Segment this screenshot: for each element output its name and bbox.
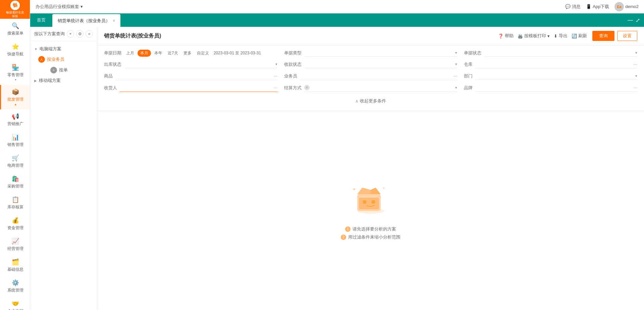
empty-tip-1: 1 请先选择要分析的方案 (345, 226, 396, 232)
tab-active[interactable]: 销货单统计表（按业务员） × (52, 14, 120, 28)
add-scheme-button[interactable]: + (67, 30, 74, 38)
refresh-icon: 🔄 (572, 34, 577, 39)
user-profile[interactable]: Ea demo2 (614, 2, 639, 11)
basic-icon: 🗂️ (12, 258, 19, 266)
date-btn-more[interactable]: 更多 (181, 50, 194, 57)
date-btn-custom[interactable]: 自定义 (195, 50, 211, 57)
date-btn-last7[interactable]: 近7天 (166, 50, 180, 57)
topbar-right: 💬 消息 📱 App下载 Ea demo2 (565, 2, 639, 11)
warehouse-input[interactable]: ··· (475, 60, 637, 68)
refresh-label: 刷新 (578, 33, 587, 39)
sidebar-item-operation[interactable]: 📈 经营管理 (0, 234, 30, 255)
sidebar-item-ecommerce-label: 电商管理 (7, 163, 23, 168)
sidebar-item-marketing[interactable]: 📢 营销推广 (0, 109, 30, 130)
by-order-label: 按单 (59, 67, 68, 73)
tab-close-icon[interactable]: × (113, 18, 115, 23)
sidebar-item-inventory-label: 库存核算 (7, 204, 23, 210)
topbar-left: 办公用品行业模拟账套 ▾ (36, 4, 83, 10)
tree-mobile-section[interactable]: ▶ 移动端方案 (30, 75, 97, 86)
tree-sub-items: ≡ 按单 (38, 65, 97, 75)
tree-by-salesperson[interactable]: 人 按业务员 (38, 54, 97, 65)
sidebar-item-sales[interactable]: 📊 销售管理 (0, 130, 30, 151)
print-label: 按模板打印 (524, 33, 546, 39)
sidebar-item-basic[interactable]: 🗂️ 基础信息 (0, 255, 30, 276)
collapse-panel-button[interactable]: « (86, 30, 93, 38)
page-actions: ❓ 帮助 🖨️ 按模板打印 ▾ ⬇ 导出 🔄 (498, 33, 587, 39)
left-panel: 按以下方案查询 + ⚙ « ▼ 电脑端方案 (30, 27, 97, 310)
svg-point-3 (363, 200, 367, 204)
sidebar-item-finance-label: 资金管理 (7, 225, 23, 231)
app-download-button[interactable]: 📱 App下载 (586, 4, 609, 10)
tab-minimize-btn[interactable]: — (628, 17, 633, 23)
print-arrow-icon: ▾ (547, 34, 550, 39)
brand-input[interactable]: ··· (475, 84, 637, 92)
payment-select[interactable]: × ▾ (304, 84, 458, 92)
warehouse-dots[interactable]: ··· (633, 61, 637, 67)
date-btn-thismonth[interactable]: 本月 (138, 50, 151, 57)
tree-pc-label: 电脑端方案 (40, 46, 61, 52)
print-button[interactable]: 🖨️ 按模板打印 ▾ (518, 33, 550, 39)
help-button[interactable]: ❓ 帮助 (498, 33, 514, 39)
empty-illustration-svg: ✦ ✦ ✦ (351, 179, 391, 216)
left-panel-title: 按以下方案查询 (34, 31, 65, 37)
collapse-row: ∧ 收起更多条件 (104, 95, 637, 107)
brand-dots[interactable]: ··· (633, 85, 637, 90)
sidebar-logo[interactable]: 畅 畅捷通好生意标版 (0, 0, 30, 19)
filter-product: 商品 ··· (104, 72, 277, 80)
tab-home[interactable]: 首页 (30, 13, 52, 27)
collectstatus-select[interactable]: ▾ (304, 61, 458, 68)
tree-toggle-icon: ▼ (34, 47, 38, 51)
empty-illustration: ✦ ✦ ✦ (351, 179, 391, 219)
product-input[interactable]: ··· (115, 72, 277, 80)
sidebar-item-system[interactable]: ⚙️ 系统管理 (0, 276, 30, 297)
doctype-arrow-icon: ▾ (455, 51, 457, 55)
sidebar-item-collab-label: 企业协同 (7, 308, 23, 310)
sidebar-item-wholesale[interactable]: 📦 批发管理 ▴ (0, 85, 30, 109)
action-group: 查询 设置 (592, 31, 637, 41)
sidebar-item-search[interactable]: 🔍 搜索菜单 (0, 19, 30, 40)
receiver-input[interactable]: ··· (120, 84, 277, 92)
date-btn-thisyear[interactable]: 本年 (152, 50, 164, 57)
sidebar-item-ecommerce[interactable]: 🛒 电商管理 (0, 151, 30, 172)
receiver-dots[interactable]: ··· (273, 85, 277, 90)
sidebar-item-marketing-label: 营销推广 (7, 121, 23, 127)
dept-select[interactable]: ▾ (475, 72, 637, 80)
sidebar-item-purchase[interactable]: 🛍️ 采购管理 (0, 172, 30, 193)
svg-text:✦: ✦ (379, 195, 381, 198)
doctype-select[interactable]: ▾ (304, 49, 458, 57)
quicknav-icon: ⭐ (12, 43, 19, 50)
salesperson-input[interactable]: ··· (300, 72, 458, 80)
sidebar-item-finance[interactable]: 💰 资金管理 (0, 213, 30, 234)
collapse-button[interactable]: ∧ 收起更多条件 (355, 98, 386, 104)
app-selector[interactable]: 办公用品行业模拟账套 ▾ (36, 4, 83, 10)
salesperson-label: 业务员 (284, 73, 297, 79)
export-button[interactable]: ⬇ 导出 (554, 33, 568, 39)
sidebar-item-collab[interactable]: 🤝 企业协同 (0, 297, 30, 310)
sidebar-item-inventory[interactable]: 📋 库存核算 (0, 193, 30, 213)
logo-text: 畅捷通好生意标版 (6, 11, 24, 18)
tree-pc-section[interactable]: ▼ 电脑端方案 (30, 44, 97, 54)
outstatus-select[interactable]: ▾ (124, 61, 277, 68)
date-label: 单据日期 (104, 50, 121, 56)
settings-scheme-button[interactable]: ⚙ (76, 30, 84, 38)
sidebar: 畅 畅捷通好生意标版 🔍 搜索菜单 ⭐ 快捷导航 🏪 零售管理 ▾ 📦 批发管理… (0, 0, 30, 310)
refresh-button[interactable]: 🔄 刷新 (572, 33, 587, 39)
payment-clear-icon[interactable]: × (304, 85, 310, 90)
sidebar-item-retail[interactable]: 🏪 零售管理 ▾ (0, 60, 30, 85)
query-button[interactable]: 查询 (592, 31, 614, 41)
app-name: 办公用品行业模拟账套 (36, 4, 79, 10)
sidebar-item-quicknav[interactable]: ⭐ 快捷导航 (0, 40, 30, 60)
date-btn-lastmonth[interactable]: 上月 (124, 50, 136, 57)
message-icon: 💬 (565, 4, 571, 9)
docstatus-select[interactable]: ▾ (484, 49, 637, 57)
collapse-chevron-icon: ∧ (355, 99, 359, 104)
finance-icon: 💰 (12, 217, 19, 224)
message-button[interactable]: 💬 消息 (565, 4, 581, 10)
product-dots[interactable]: ··· (273, 73, 277, 79)
sidebar-item-wholesale-label: 批发管理 (7, 97, 23, 102)
settings-button[interactable]: 设置 (617, 31, 637, 41)
tree-by-order[interactable]: ≡ 按单 (46, 65, 97, 75)
salesperson-dots[interactable]: ··· (453, 73, 458, 79)
tab-maximize-btn[interactable]: ⤢ (636, 17, 640, 23)
collapse-icon: « (88, 32, 91, 36)
